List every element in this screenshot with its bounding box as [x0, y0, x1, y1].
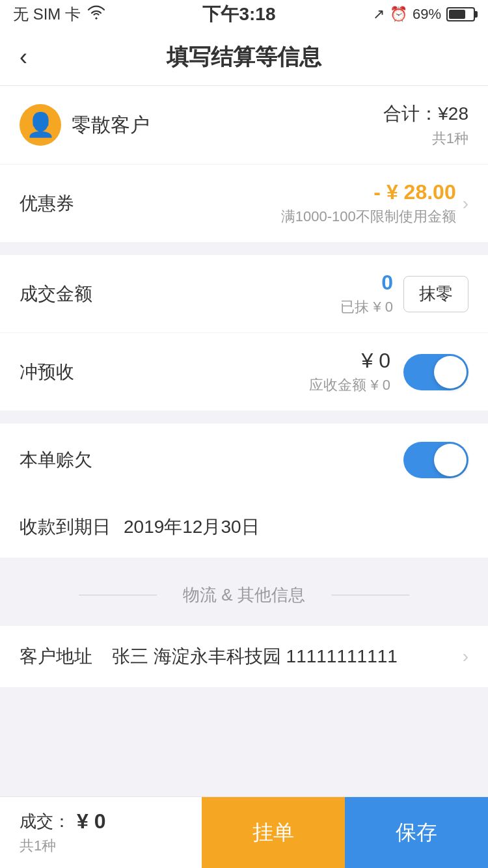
- hang-button[interactable]: 挂单: [202, 797, 345, 869]
- toggle-knob: [434, 356, 467, 388]
- bottom-left: 成交： ¥ 0 共1种: [0, 809, 202, 856]
- customer-count: 共1种: [383, 129, 468, 148]
- address-label: 客户地址: [20, 644, 92, 669]
- section-gap-3: [0, 558, 488, 571]
- bottom-spacer: [0, 700, 488, 804]
- status-right: ↗ ⏰ 69%: [373, 6, 475, 23]
- charge-row: 冲预收 ¥ 0 应收金额 ¥ 0: [0, 333, 488, 411]
- deal-section: 成交金额 0 已抹 ¥ 0 抹零 冲预收 ¥ 0 应收金额 ¥ 0: [0, 255, 488, 411]
- coupon-label: 优惠券: [20, 191, 74, 216]
- bottom-deal-row: 成交： ¥ 0: [20, 809, 182, 834]
- address-value: 张三 海淀永丰科技园 11111111111: [112, 644, 463, 669]
- charge-toggle[interactable]: [403, 354, 468, 390]
- deal-amount-col: 0 已抹 ¥ 0: [340, 271, 393, 317]
- logistics-title: 物流 & 其他信息: [183, 584, 305, 606]
- coupon-row[interactable]: 优惠券 - ¥ 28.00 满1000-100不限制使用金额 ›: [0, 164, 488, 242]
- no-sim-text: 无 SIM 卡: [13, 4, 81, 25]
- deal-amount-sub: 已抹 ¥ 0: [340, 297, 393, 317]
- customer-left: 👤 零散客户: [20, 104, 150, 146]
- charge-value: ¥ 0: [309, 349, 390, 373]
- section-gap-5: [0, 687, 488, 700]
- customer-name: 零散客户: [72, 112, 150, 139]
- coupon-amount: - ¥ 28.00: [281, 180, 456, 204]
- address-chevron-icon: ›: [463, 646, 468, 667]
- section-gap-1: [0, 242, 488, 255]
- customer-section: 👤 零散客户 合计：¥28 共1种 优惠券 - ¥ 28.00 满1000-10…: [0, 86, 488, 242]
- customer-row: 👤 零散客户 合计：¥28 共1种: [0, 86, 488, 164]
- back-button[interactable]: ‹: [20, 44, 27, 71]
- status-left: 无 SIM 卡: [13, 4, 105, 25]
- coupon-info: - ¥ 28.00 满1000-100不限制使用金额: [281, 180, 456, 226]
- wifi-icon: [87, 5, 105, 23]
- bottom-deal-label: 成交：: [20, 810, 70, 833]
- bottom-bar: 成交： ¥ 0 共1种 挂单 保存: [0, 796, 488, 868]
- debit-toggle[interactable]: [403, 442, 468, 478]
- customer-total: 合计：¥28: [383, 102, 468, 126]
- logistics-section: 物流 & 其他信息: [0, 571, 488, 619]
- charge-label: 冲预收: [20, 360, 74, 385]
- deal-amount-row: 成交金额 0 已抹 ¥ 0 抹零: [0, 255, 488, 333]
- due-date-label: 收款到期日: [20, 515, 111, 539]
- address-row[interactable]: 客户地址 张三 海淀永丰科技园 11111111111 ›: [0, 626, 488, 687]
- location-icon: ↗: [373, 6, 385, 23]
- due-date-value: 2019年12月30日: [124, 515, 260, 539]
- page-title: 填写结算等信息: [167, 42, 321, 72]
- coupon-right: - ¥ 28.00 满1000-100不限制使用金额 ›: [281, 180, 468, 226]
- charge-value-sub: 应收金额 ¥ 0: [309, 375, 390, 395]
- chevron-right-icon: ›: [463, 193, 468, 214]
- bottom-count: 共1种: [20, 836, 182, 856]
- nav-bar: ‹ 填写结算等信息: [0, 29, 488, 86]
- customer-right: 合计：¥28 共1种: [383, 102, 468, 148]
- save-button[interactable]: 保存: [345, 797, 488, 869]
- alarm-icon: ⏰: [390, 6, 407, 23]
- battery-percent: 69%: [413, 6, 441, 23]
- charge-right: ¥ 0 应收金额 ¥ 0: [309, 349, 468, 395]
- section-gap-4: [0, 619, 488, 626]
- status-time: 下午3:18: [202, 2, 275, 27]
- deal-amount-label: 成交金额: [20, 282, 92, 306]
- customer-avatar: 👤: [20, 104, 61, 146]
- debit-section: 本单赊欠 收款到期日 2019年12月30日: [0, 424, 488, 558]
- deal-amount-right: 0 已抹 ¥ 0 抹零: [340, 271, 468, 317]
- logistics-header: 物流 & 其他信息: [0, 584, 488, 606]
- battery-icon: [446, 7, 475, 21]
- round-off-button[interactable]: 抹零: [403, 276, 468, 312]
- deal-amount-value: 0: [340, 271, 393, 295]
- charge-value-col: ¥ 0 应收金额 ¥ 0: [309, 349, 390, 395]
- bottom-deal-amount: ¥ 0: [77, 809, 105, 834]
- debit-toggle-knob: [434, 444, 467, 476]
- section-gap-2: [0, 411, 488, 424]
- due-date-row: 收款到期日 2019年12月30日: [0, 496, 488, 558]
- avatar-icon: 👤: [26, 111, 55, 139]
- status-bar: 无 SIM 卡 下午3:18 ↗ ⏰ 69%: [0, 0, 488, 29]
- debit-label: 本单赊欠: [20, 448, 92, 472]
- debit-row: 本单赊欠: [0, 424, 488, 496]
- coupon-desc: 满1000-100不限制使用金额: [281, 207, 456, 226]
